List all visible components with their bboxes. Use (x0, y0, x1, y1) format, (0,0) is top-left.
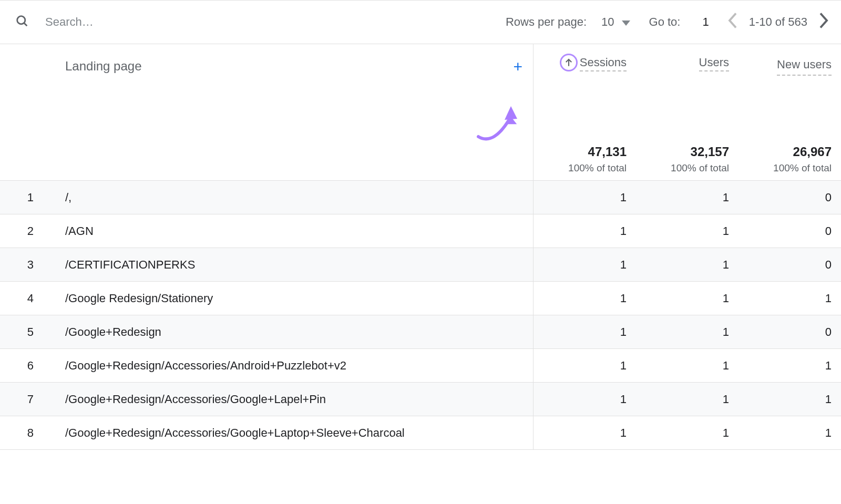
new-users-cell: 0 (739, 258, 841, 272)
new-users-cell: 1 (739, 393, 841, 406)
new-users-cell: 0 (739, 224, 841, 238)
table-row[interactable]: 2/AGN110 (0, 214, 841, 248)
landing-page-cell[interactable]: /Google+Redesign (53, 325, 533, 339)
prev-page-button[interactable] (728, 13, 737, 32)
users-cell: 1 (636, 292, 739, 305)
search-input[interactable] (45, 15, 213, 29)
metric-total: 32,157 (640, 145, 729, 159)
report-table: Rows per page: 10 Go to: 1 1-10 of 563 (0, 0, 841, 450)
row-index: 1 (0, 191, 53, 204)
new-users-cell: 0 (739, 191, 841, 204)
table-row[interactable]: 1/,110 (0, 181, 841, 214)
landing-page-cell[interactable]: /Google Redesign/Stationery (53, 292, 533, 305)
new-users-cell: 1 (739, 292, 841, 305)
sessions-cell: 1 (534, 258, 636, 272)
rows-per-page-select[interactable]: 10 (601, 15, 630, 29)
svg-line-1 (24, 23, 27, 26)
search-icon (15, 14, 29, 30)
sessions-cell: 1 (534, 224, 636, 238)
sort-ascending-icon[interactable] (560, 54, 578, 71)
table-header: Landing page + Sessions 47,131 100% of t… (0, 44, 841, 181)
sessions-cell: 1 (534, 359, 636, 373)
rows-per-page-value: 10 (601, 15, 614, 29)
row-divider (0, 449, 841, 450)
goto: Go to: 1 (649, 15, 709, 29)
metric-header-users[interactable]: Users 32,157 100% of total (636, 44, 739, 180)
landing-page-cell[interactable]: /, (53, 191, 533, 204)
row-index: 2 (0, 224, 53, 238)
users-cell: 1 (636, 224, 739, 238)
dimension-header: Landing page + (53, 44, 533, 180)
next-page-button[interactable] (819, 13, 828, 32)
add-dimension-button[interactable]: + (513, 59, 522, 75)
table-row[interactable]: 8/Google+Redesign/Accessories/Google+Lap… (0, 416, 841, 449)
index-header (0, 44, 53, 180)
dimension-label[interactable]: Landing page (65, 59, 141, 74)
table-row[interactable]: 4/Google Redesign/Stationery111 (0, 282, 841, 315)
users-cell: 1 (636, 325, 739, 339)
landing-page-cell[interactable]: /Google+Redesign/Accessories/Android+Puz… (53, 359, 533, 373)
metric-header-sessions[interactable]: Sessions 47,131 100% of total (534, 44, 636, 180)
row-index: 4 (0, 292, 53, 305)
table-toolbar: Rows per page: 10 Go to: 1 1-10 of 563 (0, 0, 841, 44)
page-range: 1-10 of 563 (749, 15, 807, 29)
goto-value[interactable]: 1 (702, 15, 709, 29)
metric-label: Sessions (580, 56, 627, 71)
landing-page-cell[interactable]: /Google+Redesign/Accessories/Google+Lapt… (53, 426, 533, 440)
metric-total: 47,131 (538, 145, 627, 159)
metric-pct: 100% of total (538, 162, 627, 174)
row-index: 8 (0, 426, 53, 440)
metric-label: Users (699, 56, 729, 71)
metric-pct: 100% of total (640, 162, 729, 174)
new-users-cell: 1 (739, 359, 841, 373)
row-index: 5 (0, 325, 53, 339)
new-users-cell: 1 (739, 426, 841, 440)
row-index: 3 (0, 258, 53, 272)
table-body: 1/,1102/AGN1103/CERTIFICATIONPERKS1104/G… (0, 181, 841, 450)
table-row[interactable]: 7/Google+Redesign/Accessories/Google+Lap… (0, 383, 841, 416)
users-cell: 1 (636, 258, 739, 272)
pager: 1-10 of 563 (728, 13, 828, 32)
users-cell: 1 (636, 426, 739, 440)
rows-per-page: Rows per page: 10 (506, 15, 630, 29)
sessions-cell: 1 (534, 191, 636, 204)
row-index: 6 (0, 359, 53, 373)
users-cell: 1 (636, 393, 739, 406)
search-wrap (15, 14, 506, 30)
metric-header-new-users[interactable]: New users 26,967 100% of total (739, 44, 841, 180)
landing-page-cell[interactable]: /Google+Redesign/Accessories/Google+Lape… (53, 393, 533, 406)
svg-marker-2 (622, 20, 630, 26)
table-row[interactable]: 6/Google+Redesign/Accessories/Android+Pu… (0, 349, 841, 382)
new-users-cell: 0 (739, 325, 841, 339)
users-cell: 1 (636, 191, 739, 204)
table-row[interactable]: 5/Google+Redesign110 (0, 315, 841, 348)
rows-per-page-label: Rows per page: (506, 15, 587, 29)
sessions-cell: 1 (534, 393, 636, 406)
table-row[interactable]: 3/CERTIFICATIONPERKS110 (0, 248, 841, 281)
dropdown-icon (622, 15, 630, 29)
row-index: 7 (0, 393, 53, 406)
metric-pct: 100% of total (743, 162, 832, 174)
goto-label: Go to: (649, 15, 681, 29)
sessions-cell: 1 (534, 426, 636, 440)
sessions-cell: 1 (534, 325, 636, 339)
landing-page-cell[interactable]: /AGN (53, 224, 533, 238)
svg-point-0 (17, 16, 25, 24)
metric-total: 26,967 (743, 145, 832, 159)
toolbar-right: Rows per page: 10 Go to: 1 1-10 of 563 (506, 13, 828, 32)
users-cell: 1 (636, 359, 739, 373)
sessions-cell: 1 (534, 292, 636, 305)
metric-label: New users (777, 56, 832, 76)
landing-page-cell[interactable]: /CERTIFICATIONPERKS (53, 258, 533, 272)
